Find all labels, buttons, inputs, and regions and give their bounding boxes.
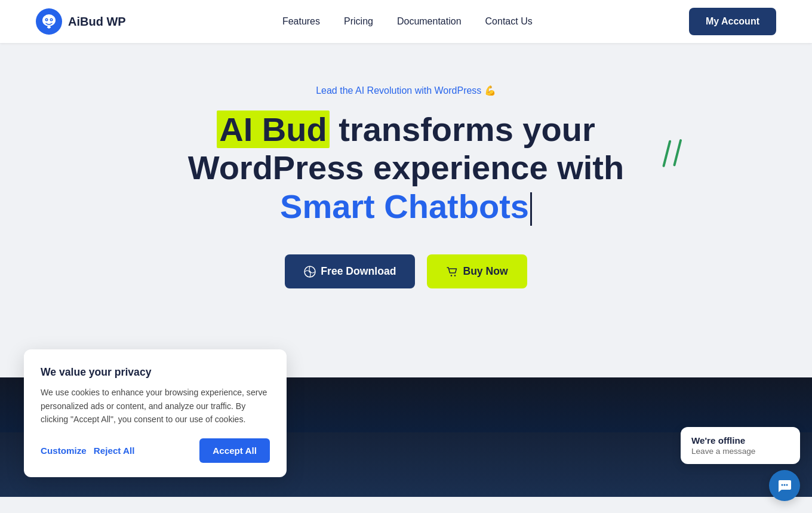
- nav-contact[interactable]: Contact Us: [485, 16, 533, 26]
- chat-icon: [777, 478, 792, 493]
- hero-title: AI Bud transforms your WordPress experie…: [161, 110, 651, 226]
- hero-buttons: Free Download Buy Now: [12, 254, 800, 288]
- cursor-blink: [530, 192, 532, 226]
- free-download-button[interactable]: Free Download: [285, 254, 415, 288]
- accept-all-button[interactable]: Accept All: [199, 438, 270, 463]
- buy-now-button[interactable]: Buy Now: [427, 254, 527, 288]
- chat-status: We're offline: [691, 435, 789, 446]
- svg-point-7: [48, 27, 50, 29]
- cookie-buttons: Customize Reject All Accept All: [41, 438, 270, 463]
- wordpress-icon: [304, 266, 316, 278]
- hero-section: Lead the AI Revolution with WordPress 💪 …: [0, 43, 812, 377]
- hero-highlight-word: AI Bud: [217, 110, 329, 148]
- my-account-button[interactable]: My Account: [689, 8, 776, 35]
- svg-point-4: [46, 19, 47, 20]
- svg-point-5: [51, 19, 52, 20]
- nav-links: Features Pricing Documentation Contact U…: [282, 16, 533, 27]
- deco-slashes: [657, 137, 694, 172]
- svg-point-12: [451, 275, 453, 277]
- cart-icon: [446, 266, 458, 278]
- logo-link[interactable]: AiBud WP: [36, 8, 126, 35]
- reject-all-button[interactable]: Reject All: [94, 446, 135, 456]
- brand-name: AiBud WP: [68, 15, 126, 29]
- chat-sub: Leave a message: [691, 447, 789, 456]
- chat-widget: We're offline Leave a message: [681, 427, 800, 497]
- customize-button[interactable]: Customize: [41, 446, 87, 456]
- svg-point-13: [454, 275, 456, 277]
- cookie-banner: We value your privacy We use cookies to …: [24, 349, 287, 477]
- chat-bubble: We're offline Leave a message: [681, 427, 800, 464]
- svg-point-23: [786, 484, 788, 486]
- svg-point-11: [309, 271, 311, 272]
- logo-icon: [36, 8, 62, 35]
- chat-open-button[interactable]: [769, 470, 800, 497]
- nav-documentation[interactable]: Documentation: [397, 16, 462, 26]
- cookie-title: We value your privacy: [41, 366, 270, 379]
- nav-pricing[interactable]: Pricing: [344, 16, 373, 26]
- hero-highlight-text: AI Bud transforms your: [217, 110, 595, 148]
- hero-colored-title: Smart Chatbots: [161, 188, 651, 226]
- cookie-text: We use cookies to enhance your browsing …: [41, 386, 270, 426]
- nav-features[interactable]: Features: [282, 16, 320, 26]
- svg-point-21: [782, 484, 783, 486]
- svg-point-22: [784, 484, 786, 486]
- hero-tag: Lead the AI Revolution with WordPress 💪: [316, 85, 496, 96]
- svg-line-8: [662, 142, 672, 166]
- svg-line-9: [672, 140, 682, 165]
- navbar: AiBud WP Features Pricing Documentation …: [0, 0, 812, 43]
